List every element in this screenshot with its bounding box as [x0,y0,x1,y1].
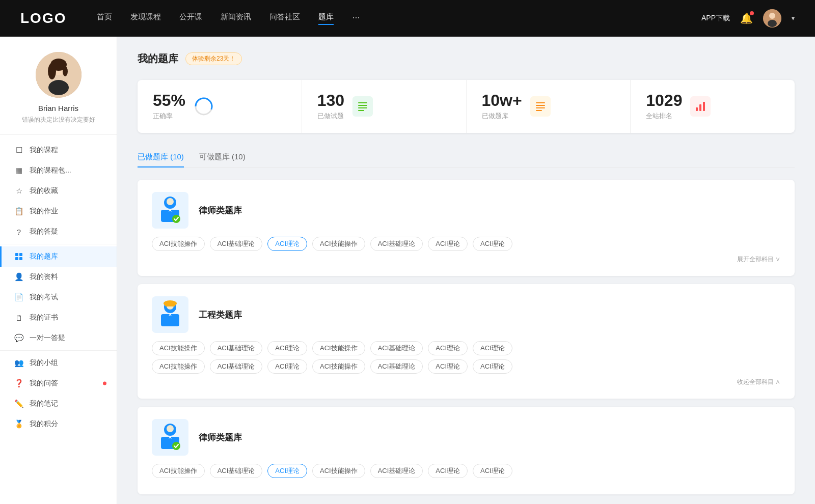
sidebar-item-course[interactable]: ☐ 我的课程 [0,140,117,160]
svg-rect-9 [15,253,18,256]
app-download-btn[interactable]: APP下载 [701,14,730,23]
tag-eng1-4[interactable]: ACI基础理论 [370,341,423,355]
tag-eng1-1[interactable]: ACI基础理论 [210,341,263,355]
tag-lawyer1-6[interactable]: ACI理论 [473,237,512,251]
sidebar-label-course-pkg: 我的课程包... [30,166,71,175]
bar-chart-icon [690,96,711,117]
sidebar-item-profile[interactable]: 👤 我的资料 [0,267,117,287]
tag-eng1-0[interactable]: ACI技能操作 [152,341,205,355]
qbank-title-lawyer1: 律师类题库 [199,205,242,216]
qbank-tags-lawyer1: ACI技能操作 ACI基础理论 ACI理论 ACI技能操作 ACI基础理论 AC… [152,237,780,251]
tag-eng1-5[interactable]: ACI理论 [428,341,468,355]
stat-done-label: 已做试题 [317,111,344,121]
qbank-icon [14,252,23,261]
sidebar-item-tutor[interactable]: 💬 一对一答疑 [0,328,117,348]
collapse-eng[interactable]: 收起全部科目 ∧ [152,378,780,386]
sidebar-item-qa[interactable]: ? 我的答疑 [0,221,117,242]
tag-eng2-1[interactable]: ACI基础理论 [210,359,263,374]
expand-lawyer1[interactable]: 展开全部科目 ∨ [152,255,780,264]
sidebar-label-tutor: 一对一答疑 [30,333,65,343]
tag-lawyer1-5[interactable]: ACI理论 [428,237,468,251]
svg-point-39 [167,425,174,432]
avatar[interactable] [763,9,781,27]
tab-done[interactable]: 已做题库 (10) [138,147,184,167]
cert-icon: 🗒 [14,313,23,322]
sidebar-item-exam[interactable]: 📄 我的考试 [0,287,117,307]
svg-rect-10 [19,253,22,256]
questions-icon: ❓ [14,379,23,388]
navbar-right: APP下载 🔔 ▾ [701,9,795,27]
tag-lawyer1-1[interactable]: ACI基础理论 [210,237,263,251]
tag-lawyer1-4[interactable]: ACI基础理论 [370,237,423,251]
sidebar-item-questions[interactable]: ❓ 我的问答 [0,373,117,394]
stat-rank-label: 全站排名 [646,111,682,121]
sidebar-item-course-pkg[interactable]: ▦ 我的课程包... [0,160,117,181]
tag-eng1-6[interactable]: ACI理论 [473,341,512,355]
nav-discover[interactable]: 发现课程 [130,12,161,25]
stat-done-number: 130 [317,92,344,108]
nav-qa[interactable]: 问答社区 [269,12,300,25]
qbank-title-eng: 工程类题库 [199,309,242,321]
svg-rect-26 [703,102,705,111]
stat-banks-number: 10w+ [482,92,522,108]
stats-row: 55% 正确率 130 已做试题 [138,80,795,133]
accuracy-chart-icon [194,96,214,117]
page-title: 我的题库 [138,52,178,66]
svg-rect-11 [15,257,18,260]
stat-rank-info: 1029 全站排名 [646,92,682,121]
tag-eng1-2[interactable]: ACI理论 [267,341,307,355]
tag-eng2-0[interactable]: ACI技能操作 [152,359,205,374]
sidebar-item-homework[interactable]: 📋 我的作业 [0,201,117,221]
svg-rect-20 [536,102,545,103]
tag-eng2-6[interactable]: ACI理论 [473,359,512,374]
tag-lawyer2-5[interactable]: ACI理论 [428,464,468,478]
tab-available[interactable]: 可做题库 (10) [199,147,246,167]
logo: LOGO [20,10,66,26]
nav-news[interactable]: 新闻资讯 [221,12,251,25]
qbank-tags-lawyer2: ACI技能操作 ACI基础理论 ACI理论 ACI技能操作 ACI基础理论 AC… [152,464,780,478]
sidebar-item-group[interactable]: 👥 我的小组 [0,353,117,373]
sidebar-label-notes: 我的笔记 [30,399,58,408]
tag-lawyer2-2[interactable]: ACI理论 [267,464,307,478]
notification-bell[interactable]: 🔔 [740,12,753,24]
tag-lawyer1-2[interactable]: ACI理论 [267,237,307,251]
sidebar-item-cert[interactable]: 🗒 我的证书 [0,307,117,328]
svg-point-2 [768,20,777,27]
tag-lawyer2-6[interactable]: ACI理论 [473,464,512,478]
tag-eng2-5[interactable]: ACI理论 [428,359,468,374]
svg-rect-17 [358,105,367,106]
nav-qbank[interactable]: 题库 [318,12,334,25]
tag-lawyer1-0[interactable]: ACI技能操作 [152,237,205,251]
course-icon: ☐ [14,146,23,155]
sidebar-item-qbank[interactable]: 我的题库 [0,246,117,267]
svg-point-8 [63,66,68,76]
tag-eng2-2[interactable]: ACI理论 [267,359,307,374]
user-menu-chevron[interactable]: ▾ [792,15,795,22]
tag-eng2-3[interactable]: ACI技能操作 [312,359,365,374]
tag-lawyer2-0[interactable]: ACI技能操作 [152,464,205,478]
qbank-card-lawyer2: 律师类题库 ACI技能操作 ACI基础理论 ACI理论 ACI技能操作 ACI基… [138,407,795,494]
tag-lawyer2-4[interactable]: ACI基础理论 [370,464,423,478]
nav-home[interactable]: 首页 [97,12,112,25]
sidebar-item-notes[interactable]: ✏️ 我的笔记 [0,394,117,414]
main-content: 我的题库 体验剩余23天！ 55% 正确率 [117,37,815,504]
sidebar-item-favorites[interactable]: ☆ 我的收藏 [0,181,117,201]
sidebar-item-points[interactable]: 🏅 我的积分 [0,414,117,434]
sidebar: Brian Harris 错误的决定比没有决定要好 ☐ 我的课程 ▦ 我的课程包… [0,37,117,504]
nav-open-course[interactable]: 公开课 [179,12,202,25]
qbank-icon-lawyer1 [152,192,188,229]
page-header: 我的题库 体验剩余23天！ [138,52,795,66]
tag-lawyer2-3[interactable]: ACI技能操作 [312,464,365,478]
tag-lawyer1-3[interactable]: ACI技能操作 [312,237,365,251]
sidebar-label-exam: 我的考试 [30,293,58,302]
tag-eng1-3[interactable]: ACI技能操作 [312,341,365,355]
tag-lawyer2-1[interactable]: ACI基础理论 [210,464,263,478]
qbank-title-lawyer2: 律师类题库 [199,432,242,443]
nav-more[interactable]: ··· [352,12,360,25]
avatar-image [763,9,781,27]
sidebar-label-profile: 我的资料 [30,272,58,282]
svg-point-41 [172,442,180,450]
tag-eng2-4[interactable]: ACI基础理论 [370,359,423,374]
svg-rect-21 [536,105,545,106]
svg-rect-24 [696,107,698,111]
